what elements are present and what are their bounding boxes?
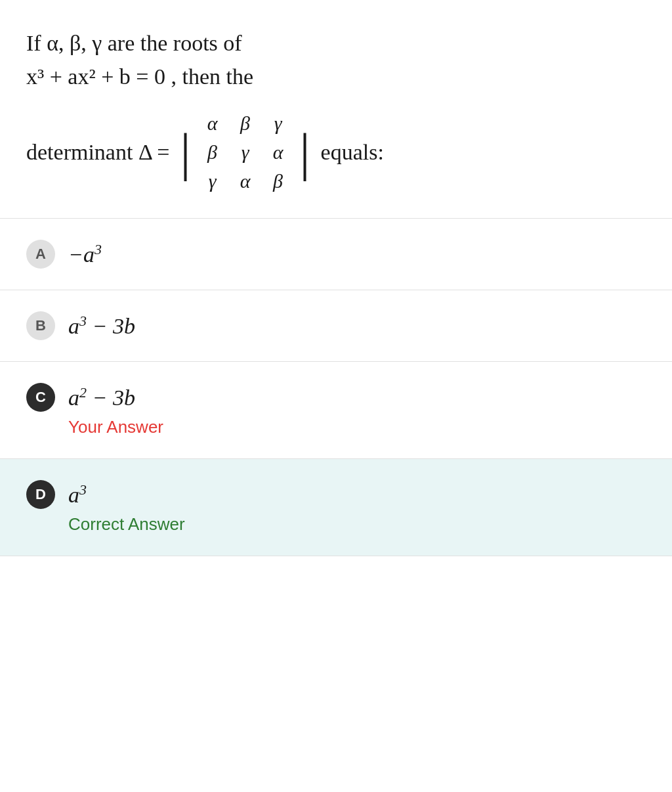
matrix-bracket-right: | xyxy=(300,126,310,179)
option-c-formula: a2 − 3b xyxy=(68,384,135,410)
determinant-label: determinant Δ = xyxy=(26,140,170,165)
matrix-cell-2-0: γ xyxy=(209,170,217,192)
correct-answer-label: Correct Answer xyxy=(68,514,646,535)
question-line2: x³ + ax² + b = 0 , then the xyxy=(26,60,646,93)
matrix-cell-0-2: γ xyxy=(274,112,282,135)
option-a-badge: A xyxy=(26,240,55,269)
option-c[interactable]: C a2 − 3b Your Answer xyxy=(0,362,672,459)
options-container: A −a3 B a3 − 3b C a2 − 3b Your Answer D … xyxy=(0,219,672,792)
matrix-cell-1-1: γ xyxy=(242,141,249,164)
option-a[interactable]: A −a3 xyxy=(0,219,672,290)
matrix-bracket-left: | xyxy=(180,126,191,179)
question-section: If α, β, γ are the roots of x³ + ax² + b… xyxy=(0,0,672,219)
matrix-cell-0-0: α xyxy=(207,112,218,135)
option-b-row: B a3 − 3b xyxy=(26,311,646,340)
option-b-formula: a3 − 3b xyxy=(68,313,135,339)
matrix-wrapper: | α β γ β γ α γ α β | xyxy=(180,106,310,198)
option-a-row: A −a3 xyxy=(26,240,646,269)
matrix-content: α β γ β γ α γ α β xyxy=(191,106,300,198)
question-text: If α, β, γ are the roots of x³ + ax² + b… xyxy=(26,26,646,93)
determinant-row: determinant Δ = | α β γ β γ α γ α β | eq… xyxy=(26,106,646,198)
option-b-badge: B xyxy=(26,311,55,340)
option-c-badge: C xyxy=(26,383,55,412)
option-d[interactable]: D a3 Correct Answer xyxy=(0,459,672,556)
option-c-row: C a2 − 3b xyxy=(26,383,646,412)
matrix-cell-2-1: α xyxy=(240,170,251,192)
matrix-cell-0-1: β xyxy=(240,112,250,135)
matrix-cell-2-2: β xyxy=(273,170,283,192)
matrix-cell-1-2: α xyxy=(273,141,284,164)
option-a-formula: −a3 xyxy=(68,241,102,267)
question-line1: If α, β, γ are the roots of xyxy=(26,26,646,60)
your-answer-label: Your Answer xyxy=(68,417,646,437)
option-d-row: D a3 xyxy=(26,480,646,509)
matrix-cell-1-0: β xyxy=(207,141,217,164)
equals-suffix: equals: xyxy=(321,140,384,165)
option-d-badge: D xyxy=(26,480,55,509)
option-b[interactable]: B a3 − 3b xyxy=(0,290,672,362)
option-d-formula: a3 xyxy=(68,481,87,508)
